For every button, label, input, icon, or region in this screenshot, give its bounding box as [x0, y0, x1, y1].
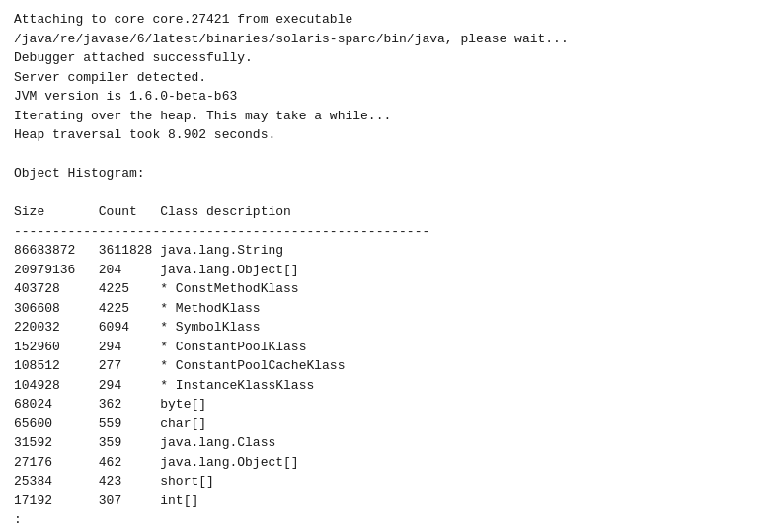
- terminal-output: Attaching to core core.27421 from execut…: [14, 10, 764, 530]
